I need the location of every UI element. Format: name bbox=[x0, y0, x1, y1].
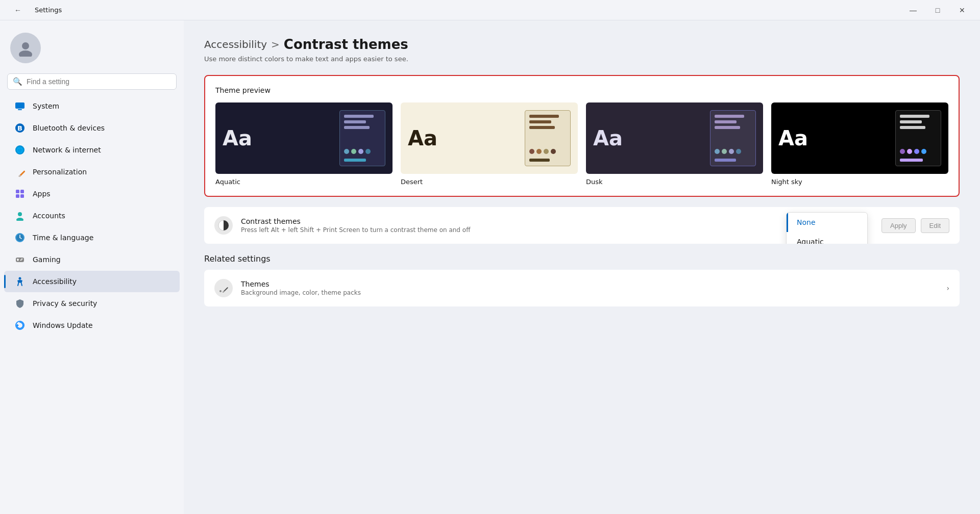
sidebar-item-label-accessibility: Accessibility bbox=[33, 277, 77, 286]
theme-name-nightsky: Night sky bbox=[771, 178, 802, 186]
sidebar-item-label-windowsupdate: Windows Update bbox=[33, 321, 93, 329]
theme-swatch-nightsky[interactable]: Aa bbox=[771, 102, 948, 186]
svg-rect-11 bbox=[20, 190, 24, 193]
contrast-themes-info: Contrast themes Press left Alt + left Sh… bbox=[241, 217, 873, 234]
page-description: Use more distinct colors to make text an… bbox=[204, 55, 960, 63]
svg-rect-13 bbox=[20, 194, 24, 198]
system-icon bbox=[14, 100, 26, 112]
themes-title: Themes bbox=[241, 280, 938, 288]
breadcrumb-separator: > bbox=[271, 38, 280, 50]
sidebar-item-network[interactable]: 🌐 Network & internet bbox=[4, 139, 180, 161]
sidebar-item-label-bluetooth: Bluetooth & devices bbox=[33, 124, 105, 132]
sidebar-item-bluetooth[interactable]: B Bluetooth & devices bbox=[4, 117, 180, 139]
breadcrumb-parent[interactable]: Accessibility bbox=[204, 38, 267, 50]
related-settings-section: Related settings Themes Background image… bbox=[204, 254, 960, 306]
avatar bbox=[10, 33, 41, 63]
svg-line-27 bbox=[21, 284, 22, 286]
sidebar-item-gaming[interactable]: Gaming bbox=[4, 249, 180, 270]
close-button[interactable]: ✕ bbox=[950, 2, 974, 18]
theme-name-aquatic: Aquatic bbox=[215, 178, 240, 186]
personalization-icon bbox=[14, 166, 26, 177]
titlebar-controls: — □ ✕ bbox=[901, 2, 974, 18]
theme-preview-aquatic: Aa bbox=[215, 102, 393, 174]
titlebar-title: Settings bbox=[35, 6, 62, 14]
theme-swatch-aquatic[interactable]: Aa bbox=[215, 102, 393, 186]
titlebar-left: ← Settings bbox=[6, 2, 62, 18]
minimize-icon: — bbox=[910, 6, 917, 14]
svg-text:B: B bbox=[17, 124, 22, 132]
contrast-icon bbox=[214, 216, 233, 235]
search-input[interactable] bbox=[27, 78, 171, 86]
svg-point-15 bbox=[16, 218, 23, 221]
apply-button[interactable]: Apply bbox=[881, 218, 916, 233]
sidebar: 🔍 System B Bluetooth & devices 🌐 Netw bbox=[0, 20, 184, 514]
theme-preview-desert: Aa bbox=[401, 102, 578, 174]
back-icon: ← bbox=[14, 6, 21, 14]
bluetooth-icon: B bbox=[14, 122, 26, 134]
dusk-aa-text: Aa bbox=[593, 128, 623, 148]
sidebar-item-system[interactable]: System bbox=[4, 95, 180, 117]
main-content: Accessibility > Contrast themes Use more… bbox=[184, 20, 980, 514]
sidebar-item-windowsupdate[interactable]: Windows Update bbox=[4, 315, 180, 336]
back-button[interactable]: ← bbox=[6, 2, 30, 18]
breadcrumb: Accessibility > Contrast themes bbox=[204, 37, 960, 52]
sidebar-item-apps[interactable]: Apps bbox=[4, 183, 180, 204]
contrast-themes-row: Contrast themes Press left Alt + left Sh… bbox=[204, 207, 960, 244]
themes-icon bbox=[214, 279, 233, 297]
nightsky-aa-text: Aa bbox=[778, 128, 808, 148]
theme-preview-card: Theme preview Aa bbox=[204, 75, 960, 197]
minimize-button[interactable]: — bbox=[901, 2, 925, 18]
search-box[interactable]: 🔍 bbox=[7, 73, 177, 90]
maximize-icon: □ bbox=[936, 6, 940, 14]
theme-name-dusk: Dusk bbox=[586, 178, 603, 186]
maximize-button[interactable]: □ bbox=[926, 2, 949, 18]
theme-preview-dusk: Aa bbox=[586, 102, 763, 174]
sidebar-item-label-apps: Apps bbox=[33, 190, 51, 198]
sidebar-item-accessibility[interactable]: Accessibility bbox=[4, 271, 180, 292]
edit-button[interactable]: Edit bbox=[921, 218, 949, 233]
desert-aa-text: Aa bbox=[408, 128, 437, 148]
contrast-themes-desc: Press left Alt + left Shift + Print Scre… bbox=[241, 226, 873, 234]
dusk-widget bbox=[710, 110, 756, 166]
contrast-themes-title: Contrast themes bbox=[241, 217, 873, 225]
privacy-icon bbox=[14, 298, 26, 309]
sidebar-item-label-gaming: Gaming bbox=[33, 255, 61, 264]
avatar-section bbox=[0, 29, 184, 73]
svg-point-0 bbox=[22, 42, 29, 49]
sidebar-item-label-privacy: Privacy & security bbox=[33, 299, 97, 307]
svg-point-24 bbox=[20, 260, 21, 261]
sidebar-item-accounts[interactable]: Accounts bbox=[4, 205, 180, 226]
sidebar-item-time[interactable]: Time & language bbox=[4, 227, 180, 248]
aquatic-widget bbox=[339, 110, 385, 166]
windowsupdate-icon bbox=[14, 320, 26, 331]
sidebar-item-privacy[interactable]: Privacy & security bbox=[4, 293, 180, 314]
svg-rect-10 bbox=[16, 190, 19, 193]
svg-text:🌐: 🌐 bbox=[16, 146, 23, 153]
sidebar-item-personalization[interactable]: Personalization bbox=[4, 161, 180, 183]
svg-marker-29 bbox=[17, 324, 19, 327]
sidebar-nav: System B Bluetooth & devices 🌐 Network &… bbox=[0, 95, 184, 337]
time-icon bbox=[14, 232, 26, 243]
breadcrumb-current: Contrast themes bbox=[284, 37, 408, 52]
sidebar-item-label-network: Network & internet bbox=[33, 146, 101, 154]
desert-widget bbox=[525, 110, 571, 166]
dropdown-item-aquatic[interactable]: Aquatic bbox=[787, 232, 867, 244]
svg-point-1 bbox=[19, 50, 32, 57]
contrast-dropdown[interactable]: None Aquatic Desert Dusk Night sky bbox=[786, 212, 868, 244]
theme-swatch-dusk[interactable]: Aa bbox=[586, 102, 763, 186]
network-icon: 🌐 bbox=[14, 144, 26, 156]
gaming-icon bbox=[14, 254, 26, 265]
theme-swatch-desert[interactable]: Aa bbox=[401, 102, 578, 186]
svg-point-23 bbox=[21, 259, 22, 260]
themes-row[interactable]: Themes Background image, color, theme pa… bbox=[204, 270, 960, 306]
dropdown-item-none[interactable]: None bbox=[787, 213, 867, 232]
sidebar-item-label-time: Time & language bbox=[33, 234, 93, 242]
svg-rect-22 bbox=[17, 259, 19, 260]
sidebar-item-label-accounts: Accounts bbox=[33, 212, 65, 220]
svg-rect-12 bbox=[16, 194, 19, 198]
theme-name-desert: Desert bbox=[401, 178, 423, 186]
themes-desc: Background image, color, theme packs bbox=[241, 289, 938, 296]
contrast-themes-card: Contrast themes Press left Alt + left Sh… bbox=[204, 207, 960, 244]
chevron-right-icon: › bbox=[946, 284, 949, 292]
apps-icon bbox=[14, 188, 26, 199]
